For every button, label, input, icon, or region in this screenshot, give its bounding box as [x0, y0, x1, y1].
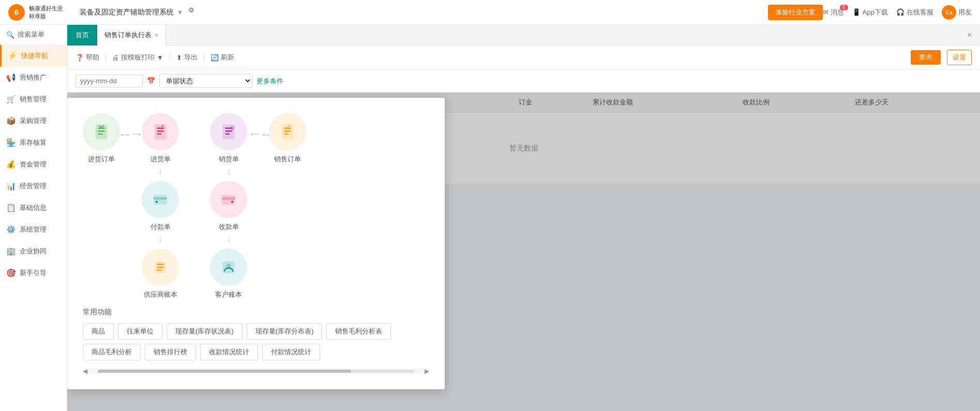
svg-point-7: [230, 126, 235, 131]
common-btn-counterparty[interactable]: 往来单位: [118, 323, 162, 340]
refresh-button[interactable]: 🔄 刷新: [210, 53, 234, 62]
flow-node-purchase-order: 进货订单: [83, 113, 120, 164]
query-button[interactable]: 查询: [911, 50, 941, 65]
print-button[interactable]: 🖨 按模板打印 ▼: [112, 53, 163, 62]
sidebar-item-quick-nav[interactable]: ⚡ 快捷导航: [0, 45, 67, 67]
sidebar-item-sales[interactable]: 🛒 销售管理: [0, 88, 67, 110]
flow-diagram: 进货订单 - - → 进货: [83, 113, 429, 299]
tab-close-icon[interactable]: ×: [155, 32, 158, 39]
svg-rect-3: [154, 197, 167, 200]
enterprise-icon: 🏢: [6, 247, 16, 256]
flow-node-sales-order: 销售订单: [269, 113, 306, 164]
phone-icon: 📱: [852, 8, 861, 16]
scroll-left-arrow[interactable]: ◀: [83, 368, 87, 375]
common-title: 常用功能: [83, 308, 429, 317]
content-area: 首页 销售订单执行表 × × ❓ 帮助 🖨 按模板打印 ▼: [67, 25, 980, 411]
sidebar: 🔍 搜索菜单 ⚡ 快捷导航 📢 营销推广 🛒 销售管理 📦 采购管理 🏪: [0, 25, 67, 411]
avatar: Ea: [942, 5, 956, 20]
toolbar-separator-2: [170, 53, 170, 62]
common-buttons: 商品 往来单位 现存量(库存状况表) 现存量(库存分布表) 销售毛利分析表 商品…: [83, 323, 429, 360]
logo-area: 6 畅康通好生意 标准版: [8, 4, 76, 21]
status-select[interactable]: 单据状态: [159, 74, 252, 88]
app-download-action[interactable]: 📱 App下载: [852, 8, 888, 17]
title-dropdown-icon[interactable]: ▼: [177, 9, 183, 16]
export-icon: ⬆: [176, 54, 182, 62]
sidebar-item-enterprise[interactable]: 🏢 企业协同: [0, 240, 67, 262]
tab-sales-order[interactable]: 销售订单执行表 ×: [97, 25, 166, 45]
scroll-right-arrow[interactable]: ▶: [425, 368, 429, 375]
sidebar-item-inventory[interactable]: 🏪 库存核算: [0, 132, 67, 154]
toolbar: ❓ 帮助 🖨 按模板打印 ▼ ⬆ 导出 🔄 刷新: [67, 45, 980, 70]
sales-order-icon: [269, 113, 306, 150]
finance-icon: 💰: [6, 160, 16, 169]
sidebar-item-basic-info[interactable]: 📋 基础信息: [0, 197, 67, 219]
sidebar-item-newbie[interactable]: 🎯 新手引导: [0, 262, 67, 284]
print-icon: 🖨: [112, 54, 119, 62]
arrow-down-1: ↓: [158, 166, 163, 177]
sidebar-item-purchase[interactable]: 📦 采购管理: [0, 110, 67, 132]
popup-scrollbar[interactable]: ◀ ▶: [83, 369, 429, 374]
common-btn-stock-status[interactable]: 现存量(库存状况表): [167, 323, 243, 340]
export-button[interactable]: ⬆ 导出: [176, 53, 198, 62]
sales-icon: 🛒: [6, 95, 16, 104]
settings-button[interactable]: 设置: [947, 50, 972, 65]
message-action[interactable]: ✉ 消息 5: [823, 8, 844, 17]
sidebar-item-finance[interactable]: 💰 资金管理: [0, 154, 67, 175]
common-btn-stock-dist[interactable]: 现存量(库存分布表): [247, 323, 323, 340]
sidebar-item-system[interactable]: ⚙️ 系统管理: [0, 219, 67, 240]
system-title: 装备及固定资产辅助管理系统 ▼ ⚙: [80, 6, 762, 19]
online-service-action[interactable]: 🎧 在线客服: [896, 8, 933, 17]
scrollbar-thumb: [98, 370, 351, 373]
tab-end-close-icon[interactable]: ×: [963, 29, 976, 41]
tab-bar: 首页 销售订单执行表 × ×: [67, 25, 980, 45]
search-icon: 🔍: [6, 31, 14, 39]
svg-rect-2: [154, 195, 167, 205]
popup-overlay[interactable]: 进货订单 - - → 进货: [67, 93, 980, 411]
newbie-icon: 🎯: [6, 268, 16, 278]
operations-icon: 📊: [6, 181, 16, 191]
svg-point-12: [227, 264, 231, 268]
svg-rect-13: [282, 125, 294, 139]
svg-rect-1: [155, 125, 167, 139]
flow-node-sales-bill: 销货单: [210, 113, 247, 164]
flow-node-supplier-account: 供应商账本: [142, 249, 179, 299]
message-icon: ✉: [823, 8, 828, 16]
common-functions: 常用功能 商品 往来单位 现存量(库存状况表) 现存量(库存分布表) 销售毛利分…: [83, 308, 429, 360]
content-body: 品 商品 金额 预估毛利 预估毛利率 订金 累计收款金额 收款比例 还差多少天: [67, 93, 980, 411]
help-button[interactable]: ❓ 帮助: [76, 53, 99, 62]
system-icon: ⚙️: [6, 225, 16, 234]
help-icon: ❓: [76, 54, 84, 62]
inventory-icon: 🏪: [6, 138, 16, 147]
settings-icon[interactable]: ⚙: [188, 6, 201, 19]
search-menu[interactable]: 🔍 搜索菜单: [0, 25, 67, 45]
refresh-icon: 🔄: [210, 54, 219, 62]
date-start-input[interactable]: [76, 74, 143, 87]
common-btn-payment-stats[interactable]: 付款情况统计: [262, 344, 320, 360]
svg-rect-8: [222, 195, 235, 205]
flow-node-receipt: 收款单: [210, 181, 247, 232]
tab-home[interactable]: 首页: [67, 25, 97, 45]
sidebar-item-marketing[interactable]: 📢 营销推广: [0, 67, 67, 88]
common-btn-sales-profit[interactable]: 销售毛利分析表: [326, 323, 391, 340]
trial-button[interactable]: 体验行业方案: [768, 5, 823, 20]
basic-info-icon: 📋: [6, 203, 16, 212]
sales-bill-icon: [210, 113, 247, 150]
arrow-right-1: - - →: [120, 113, 142, 142]
popup-dialog: 进货订单 - - → 进货: [67, 98, 445, 389]
customer-account-icon: [210, 249, 247, 286]
arrow-down-2: ↓: [227, 166, 231, 177]
quick-nav-icon: ⚡: [8, 51, 17, 60]
common-btn-sales-rank[interactable]: 销售排行榜: [145, 344, 196, 360]
sidebar-item-operations[interactable]: 📊 经营管理: [0, 175, 67, 197]
common-btn-receipt-stats[interactable]: 收款情况统计: [200, 344, 258, 360]
logo-icon: 6: [8, 4, 25, 21]
toolbar-separator-1: [105, 53, 106, 62]
top-right-actions: ✉ 消息 5 📱 App下载 🎧 在线客服 Ea 用友: [823, 5, 972, 20]
purchase-icon: 📦: [6, 116, 16, 126]
common-btn-product[interactable]: 商品: [83, 323, 114, 340]
more-conditions-link[interactable]: 更多条件: [257, 77, 283, 86]
svg-point-4: [156, 201, 158, 203]
marketing-icon: 📢: [6, 73, 16, 82]
user-action[interactable]: Ea 用友: [942, 5, 972, 20]
common-btn-product-profit[interactable]: 商品毛利分析: [83, 344, 141, 360]
